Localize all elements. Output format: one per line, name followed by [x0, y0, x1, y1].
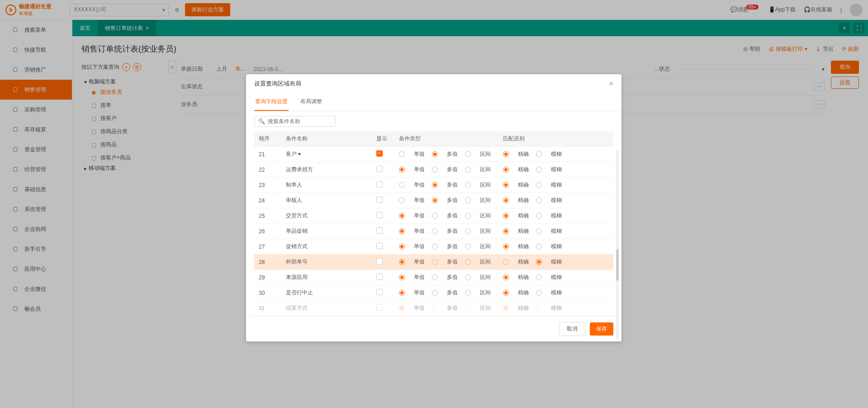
type-radio-group: 单值多值区间 [399, 289, 494, 297]
radio[interactable] [536, 259, 542, 265]
radio[interactable] [399, 213, 405, 219]
radio[interactable] [536, 151, 542, 157]
radio[interactable] [432, 151, 438, 157]
match-radio-group: 精确模糊 [503, 212, 609, 220]
modal-tab-fields[interactable]: 查询字段设置 [254, 93, 289, 111]
radio[interactable] [399, 244, 405, 250]
save-button[interactable]: 保存 [590, 322, 613, 336]
radio[interactable] [465, 182, 471, 188]
radio[interactable] [399, 197, 405, 203]
th-name: 条件名称 [281, 131, 372, 147]
radio[interactable] [503, 259, 509, 265]
radio[interactable] [536, 167, 542, 173]
cell-index: 28 [254, 254, 281, 270]
table-row: 22运费承担方单值多值区间精确模糊 [254, 162, 613, 178]
th-match: 匹配原则 [498, 131, 613, 147]
show-checkbox[interactable] [376, 243, 383, 249]
modal-tab-layout[interactable]: 布局调整 [299, 93, 323, 111]
show-checkbox[interactable] [376, 212, 383, 218]
radio[interactable] [432, 244, 438, 250]
show-checkbox[interactable] [376, 166, 383, 172]
conditions-table: 顺序 条件名称 显示 条件类型 匹配原则 21客户 ▾单值多值区间精确模糊22运… [254, 131, 613, 316]
radio[interactable] [503, 290, 509, 296]
cell-index: 27 [254, 239, 281, 254]
radio[interactable] [536, 228, 542, 234]
radio[interactable] [503, 274, 509, 280]
cell-index: 24 [254, 193, 281, 208]
radio[interactable] [503, 244, 509, 250]
type-radio-group: 单值多值区间 [399, 150, 494, 158]
radio[interactable] [432, 213, 438, 219]
table-row: 25交货方式单值多值区间精确模糊 [254, 208, 613, 224]
show-checkbox[interactable] [376, 227, 383, 234]
show-checkbox[interactable] [376, 274, 383, 280]
radio[interactable] [465, 197, 471, 203]
radio[interactable] [432, 182, 438, 188]
modal-title: 设置查询区域布局 [254, 80, 301, 88]
radio[interactable] [503, 305, 509, 311]
radio[interactable] [465, 167, 471, 173]
cell-index: 26 [254, 224, 281, 239]
search-input[interactable] [268, 118, 331, 125]
radio[interactable] [465, 305, 471, 311]
radio[interactable] [503, 182, 509, 188]
radio[interactable] [536, 244, 542, 250]
radio[interactable] [465, 259, 471, 265]
chevron-down-icon[interactable]: ▾ [298, 151, 301, 157]
cell-name: 促销方式 [281, 239, 372, 254]
radio[interactable] [503, 213, 509, 219]
cell-name: 结算方式 [281, 301, 372, 316]
radio[interactable] [432, 197, 438, 203]
type-radio-group: 单值多值区间 [399, 166, 494, 173]
show-checkbox[interactable] [376, 304, 383, 311]
radio[interactable] [503, 197, 509, 203]
radio[interactable] [399, 167, 405, 173]
radio[interactable] [399, 228, 405, 234]
radio[interactable] [399, 182, 405, 188]
radio[interactable] [399, 290, 405, 296]
show-checkbox[interactable] [376, 150, 383, 157]
radio[interactable] [465, 274, 471, 280]
radio[interactable] [399, 151, 405, 157]
radio[interactable] [399, 259, 405, 265]
radio[interactable] [432, 228, 438, 234]
radio[interactable] [503, 228, 509, 234]
radio[interactable] [432, 259, 438, 265]
radio[interactable] [536, 290, 542, 296]
condition-search[interactable]: 🔍 [254, 116, 336, 127]
radio[interactable] [432, 167, 438, 173]
close-icon[interactable]: × [609, 80, 613, 88]
radio[interactable] [536, 213, 542, 219]
show-checkbox[interactable] [376, 197, 383, 203]
radio[interactable] [465, 151, 471, 157]
radio[interactable] [399, 274, 405, 280]
table-row: 31结算方式单值多值区间精确模糊 [254, 301, 613, 316]
radio[interactable] [536, 182, 542, 188]
radio[interactable] [465, 244, 471, 250]
radio[interactable] [536, 305, 542, 311]
radio[interactable] [432, 305, 438, 311]
match-radio-group: 精确模糊 [503, 181, 609, 189]
show-checkbox[interactable] [376, 181, 383, 187]
radio[interactable] [432, 290, 438, 296]
match-radio-group: 精确模糊 [503, 289, 609, 297]
radio[interactable] [465, 213, 471, 219]
table-row: 24审核人单值多值区间精确模糊 [254, 193, 613, 208]
table-scrollbar[interactable] [616, 149, 619, 340]
scrollbar-thumb[interactable] [616, 249, 619, 281]
show-checkbox[interactable] [376, 289, 383, 295]
radio[interactable] [399, 305, 405, 311]
radio[interactable] [503, 167, 509, 173]
cancel-button[interactable]: 取消 [559, 322, 585, 336]
radio[interactable] [536, 197, 542, 203]
radio[interactable] [465, 290, 471, 296]
th-index: 顺序 [254, 131, 281, 147]
radio[interactable] [503, 151, 509, 157]
type-radio-group: 单值多值区间 [399, 304, 494, 312]
table-row: 26单品促销单值多值区间精确模糊 [254, 224, 613, 239]
radio[interactable] [432, 274, 438, 280]
show-checkbox[interactable] [376, 258, 383, 264]
radio[interactable] [536, 274, 542, 280]
search-icon: 🔍 [258, 118, 265, 125]
radio[interactable] [465, 228, 471, 234]
